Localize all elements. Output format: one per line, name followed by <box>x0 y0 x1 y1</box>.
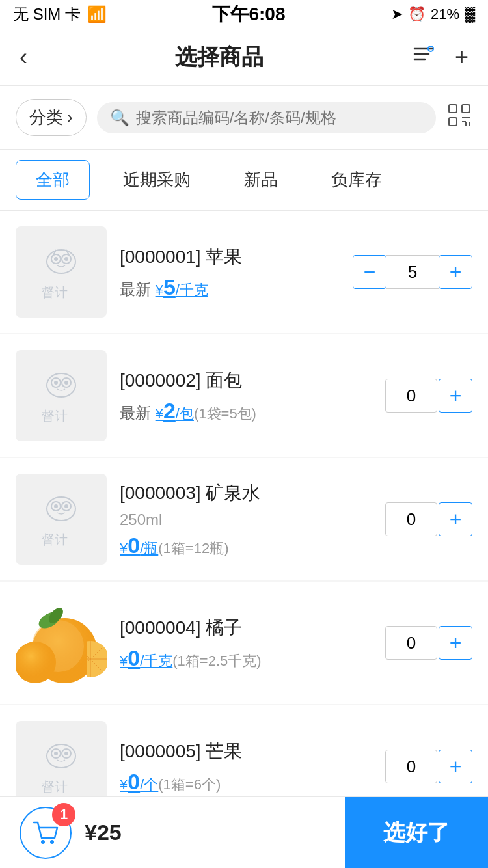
svg-point-44 <box>54 752 58 755</box>
page-title: 选择商品 <box>175 42 264 72</box>
product-info-0000004: [0000004] 橘子 ¥0/千克(1箱=2.5千克) <box>120 616 372 671</box>
svg-point-56 <box>41 840 45 844</box>
brand-text: 督计 <box>42 284 81 301</box>
search-area: 分类 › 🔍 <box>0 86 488 150</box>
qty-plus-0000004[interactable]: + <box>439 626 472 660</box>
bottom-bar: 1 ¥25 选好了 <box>0 796 488 868</box>
qty-input-0000002[interactable] <box>385 379 437 413</box>
price-value: 2 <box>163 398 176 423</box>
status-right: ➤ ⏰ 21% ▓ <box>391 6 475 23</box>
price-value: 0 <box>128 533 140 558</box>
price-note: (1箱=2.5千克) <box>172 653 261 669</box>
product-price-0000003: ¥0/瓶(1箱=12瓶) <box>120 533 372 558</box>
product-price-0000002: 最新 ¥2/包(1袋=5包) <box>120 398 372 424</box>
no-sim-text: 无 SIM 卡 <box>13 4 81 25</box>
category-label: 分类 <box>29 106 63 129</box>
price-label: 最新 <box>120 280 156 298</box>
svg-point-33 <box>16 642 56 683</box>
product-item-0000002: 督计 [0000002] 面包 最新 ¥2/包(1袋=5包) + <box>0 334 488 457</box>
nav-actions: + <box>412 42 468 72</box>
price-value: 0 <box>128 769 140 794</box>
price-currency: ¥ <box>120 540 128 556</box>
svg-point-11 <box>47 250 75 273</box>
cart-badge: 1 <box>52 803 75 826</box>
product-list: 督计 [0000001] 苹果 最新 ¥5/千克 − + <box>0 211 488 868</box>
filter-tabs: 全部 近期采购 新品 负库存 <box>0 150 488 211</box>
owl-icon <box>42 491 81 527</box>
price-currency: ¥ <box>120 776 128 793</box>
qty-control-0000003: + <box>385 502 472 536</box>
price-note: (1袋=5包) <box>194 405 256 422</box>
product-price-0000001: 最新 ¥5/千克 <box>120 275 340 300</box>
qty-control-0000004: + <box>385 626 472 660</box>
alarm-icon: ⏰ <box>408 6 426 23</box>
qty-plus-0000002[interactable]: + <box>439 379 472 413</box>
price-unit: /包 <box>176 405 194 422</box>
product-item-0000004: [0000004] 橘子 ¥0/千克(1箱=2.5千克) + <box>0 582 488 704</box>
cart-total: ¥25 <box>85 820 122 845</box>
price-currency: ¥ <box>156 405 163 422</box>
tab-all[interactable]: 全部 <box>16 160 90 200</box>
product-info-0000002: [0000002] 面包 最新 ¥2/包(1袋=5包) <box>120 368 372 424</box>
svg-point-25 <box>64 504 68 508</box>
cart-button[interactable]: 1 <box>20 807 72 859</box>
svg-point-41 <box>47 744 75 768</box>
add-icon[interactable]: + <box>455 44 468 71</box>
brand-text: 督计 <box>42 531 81 549</box>
qty-input-0000001[interactable] <box>386 255 439 289</box>
qty-input-0000003[interactable] <box>385 502 437 536</box>
svg-point-20 <box>64 381 68 385</box>
price-note: (1箱=12瓶) <box>158 540 228 556</box>
scan-icon[interactable] <box>446 102 472 133</box>
product-image-0000001: 督计 <box>16 226 107 318</box>
back-button[interactable]: ‹ <box>20 44 27 71</box>
product-item-0000001: 督计 [0000001] 苹果 最新 ¥5/千克 − + <box>0 211 488 333</box>
svg-rect-5 <box>462 105 470 113</box>
product-price-0000004: ¥0/千克(1箱=2.5千克) <box>120 645 372 671</box>
qty-input-0000004[interactable] <box>385 626 437 660</box>
category-button[interactable]: 分类 › <box>16 99 87 136</box>
status-bar: 无 SIM 卡 📶 下午6:08 ➤ ⏰ 21% ▓ <box>0 0 488 29</box>
confirm-button[interactable]: 选好了 <box>345 797 488 869</box>
owl-icon <box>42 243 81 280</box>
svg-point-15 <box>64 257 68 261</box>
product-name-0000003: [0000003] 矿泉水 <box>120 481 372 506</box>
nav-bar: ‹ 选择商品 + <box>0 29 488 86</box>
status-left: 无 SIM 卡 📶 <box>13 4 107 25</box>
product-image-0000003: 督计 <box>16 474 107 565</box>
tab-new[interactable]: 新品 <box>224 160 298 200</box>
qty-plus-0000001[interactable]: + <box>439 255 472 289</box>
product-name-0000001: [0000001] 苹果 <box>120 245 340 269</box>
qty-control-0000002: + <box>385 379 472 413</box>
qty-minus-0000001[interactable]: − <box>353 255 386 289</box>
filter-icon[interactable] <box>412 42 435 72</box>
qty-plus-0000005[interactable]: + <box>439 750 472 783</box>
qty-plus-0000003[interactable]: + <box>439 502 472 536</box>
location-icon: ➤ <box>391 6 403 23</box>
qty-input-0000005[interactable] <box>385 750 437 783</box>
qty-control-0000005: + <box>385 750 472 783</box>
price-unit: /瓶 <box>140 540 158 556</box>
svg-point-57 <box>50 840 54 844</box>
product-name-0000005: [0000005] 芒果 <box>120 739 372 764</box>
svg-point-21 <box>47 497 75 521</box>
svg-point-16 <box>47 373 75 397</box>
product-item-0000003: 督计 [0000003] 矿泉水 250ml ¥0/瓶(1箱=12瓶) + <box>0 458 488 580</box>
product-image-0000004 <box>16 597 107 688</box>
search-icon: 🔍 <box>110 109 129 127</box>
wifi-icon: 📶 <box>87 5 107 23</box>
qty-control-0000001: − + <box>353 255 472 289</box>
product-name-0000002: [0000002] 面包 <box>120 368 372 393</box>
chevron-icon: › <box>67 107 73 128</box>
price-currency: ¥ <box>156 282 163 298</box>
product-info-0000003: [0000003] 矿泉水 250ml ¥0/瓶(1箱=12瓶) <box>120 481 372 558</box>
svg-point-14 <box>54 257 58 261</box>
search-input[interactable] <box>136 109 423 127</box>
brand-text: 督计 <box>42 778 81 796</box>
svg-rect-4 <box>449 105 457 113</box>
tab-recent[interactable]: 近期采购 <box>103 160 211 200</box>
price-label: 最新 <box>120 404 156 422</box>
price-value: 0 <box>128 645 140 670</box>
product-price-0000005: ¥0/个(1箱=6个) <box>120 769 372 794</box>
tab-neg-stock[interactable]: 负库存 <box>311 160 402 200</box>
